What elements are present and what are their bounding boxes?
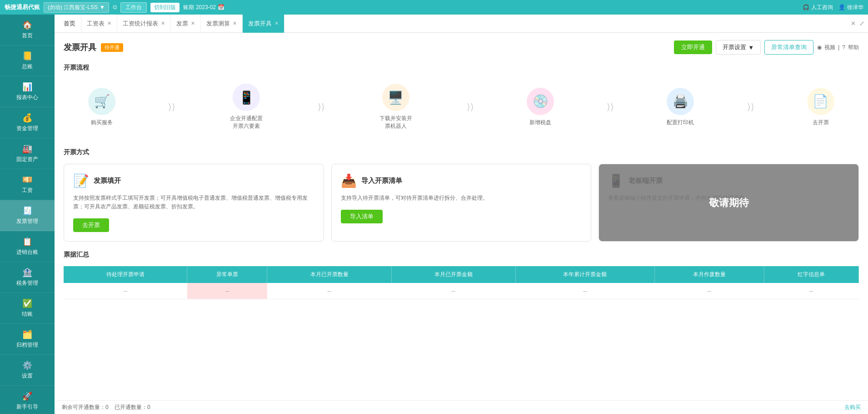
restore-icon[interactable]: ⤢: [859, 20, 864, 27]
method-icon-manual-fill: 📝: [73, 173, 89, 188]
bottom-info: 剩余可开通数量：0 已开通数量：0: [62, 404, 150, 411]
home-icon: 🏠: [22, 20, 32, 30]
sidebar-item-payroll[interactable]: 💴 工资: [0, 169, 55, 200]
tab-bar-controls: ✕ ⤢: [851, 20, 864, 27]
arrow-4: ⟩⟩: [603, 101, 618, 112]
method-desc-import-list: 支持导入待开票清单，可对待开票清单进行拆分、合并处理。: [341, 194, 582, 202]
copy-icon[interactable]: ⧉: [113, 4, 117, 11]
user-profile[interactable]: 👤 徐泽华: [838, 4, 863, 11]
tab-close-invoice-issue[interactable]: ✕: [274, 20, 279, 26]
sidebar-label-reports: 报表中心: [16, 94, 38, 101]
open-settings-button[interactable]: 开票设置 ▼: [716, 40, 761, 55]
sidebar-item-tax[interactable]: 🏦 税务管理: [0, 262, 55, 293]
stats-cell-5: --: [654, 283, 764, 299]
sidebar-label-tax: 税务管理: [16, 279, 38, 287]
page-title-wrap: 发票开具 待开通: [64, 42, 123, 53]
tab-home[interactable]: 首页: [58, 15, 81, 33]
stats-cell-3: --: [391, 283, 515, 299]
col-header-0: 待处理开票申请: [64, 266, 187, 283]
sidebar-item-settings[interactable]: ⚙️ 设置: [0, 355, 55, 386]
sidebar-label-archive: 归档管理: [16, 341, 38, 349]
step-buy-service: 🛒 购买服务: [88, 88, 115, 126]
step-label-issue-invoice: 去开票: [813, 119, 829, 126]
stats-cell-4: --: [515, 283, 654, 299]
stats-row: -- -- -- -- -- -- --: [64, 283, 859, 299]
workspace-button[interactable]: 工作台: [120, 2, 147, 13]
content-area: 首页 工资表 ✕ 工资统计报表 ✕ 发票 ✕ 发票测算 ✕ 发票开具 ✕: [55, 15, 868, 414]
step-label-add-taxdisk: 新增税盘: [529, 119, 551, 126]
tab-close-payroll-table[interactable]: ✕: [107, 20, 111, 26]
stats-cell-1: --: [187, 283, 267, 299]
immediate-open-button[interactable]: 立即开通: [674, 40, 712, 54]
coming-soon-overlay: 敬请期待: [599, 164, 858, 241]
calendar-icon[interactable]: 📅: [218, 4, 224, 10]
sidebar-item-home[interactable]: 🏠 首页: [0, 15, 55, 45]
retro-button[interactable]: 切到旧版: [150, 3, 180, 12]
invoice-icon: 🧾: [22, 206, 32, 216]
methods-section: 开票方式 📝 发票填开 支持按照发票样式手工填写开发票；可开具增值税电子普通发票…: [64, 148, 859, 242]
reports-icon: 📊: [22, 82, 32, 92]
sidebar-label-funds: 资金管理: [16, 125, 38, 132]
sidebar-item-newguide[interactable]: 🚀 新手引导: [0, 386, 55, 414]
sidebar-item-ledger[interactable]: 📒 总账: [0, 45, 55, 76]
step-icon-buy-service: 🛒: [88, 88, 115, 115]
close-tab-icon[interactable]: ✕: [851, 20, 856, 27]
arrow-2: ⟩⟩: [314, 101, 329, 112]
coming-soon-text: 敬请期待: [709, 196, 749, 210]
page-title: 发票开具: [64, 42, 96, 53]
sidebar-item-archive[interactable]: 🗂️ 归档管理: [0, 324, 55, 355]
main-layout: 🏠 首页 📒 总账 📊 报表中心 💰 资金管理 🏭 固定资产 💴 工资 🧾 发票…: [0, 15, 868, 414]
step-icon-config-enterprise: 📱: [233, 84, 260, 111]
stats-table: 待处理开票申请 异常单票 本月已开票数量 本月已开票金额 本年累计开票金额 本月…: [64, 266, 859, 299]
opened-label: 已开通数量：0: [115, 404, 150, 410]
tab-payroll-table[interactable]: 工资表 ✕: [81, 15, 117, 33]
payroll-icon: 💴: [22, 175, 32, 185]
company-name: (勿动) 江西服宝-LSS: [48, 4, 98, 11]
tab-invoice-issue[interactable]: 发票开具 ✕: [243, 15, 284, 33]
company-selector[interactable]: (勿动) 江西服宝-LSS ▼: [44, 2, 109, 13]
tab-payroll-table-label: 工资表: [87, 20, 105, 28]
col-header-3: 本月已开票金额: [391, 266, 515, 283]
col-header-1: 异常单票: [187, 266, 267, 283]
method-icon-import-list: 📥: [341, 173, 357, 188]
tab-invoice-list[interactable]: 发票 ✕: [171, 15, 201, 33]
sidebar-item-invoice[interactable]: 🧾 发票管理: [0, 200, 55, 231]
support-link[interactable]: 🎧 人工咨询: [803, 4, 833, 11]
sidebar-label-ledger: 总账: [22, 63, 33, 71]
abnormal-query-button[interactable]: 异常清单查询: [764, 40, 813, 55]
tab-close-invoice-calc[interactable]: ✕: [233, 20, 237, 26]
process-steps: 🛒 购买服务 ⟩⟩ 📱 企业开通配置开票六要素 ⟩⟩ 🖥️ 下载并安装开票机器人…: [64, 79, 859, 135]
page-actions: 立即开通 开票设置 ▼ 异常清单查询 ◉ 视频 | ? 帮助: [674, 40, 859, 55]
open-settings-label: 开票设置: [723, 43, 746, 51]
arrow-1: ⟩⟩: [165, 101, 179, 112]
col-header-5: 本月作废数量: [654, 266, 764, 283]
tab-invoice-calc[interactable]: 发票测算 ✕: [201, 15, 243, 33]
sidebar-item-funds[interactable]: 💰 资金管理: [0, 107, 55, 138]
col-header-2: 本月已开票数量: [267, 266, 391, 283]
method-card-manual-fill: 📝 发票填开 支持按照发票样式手工填写开发票；可开具增值税电子普通发票、增值税普…: [64, 164, 324, 242]
method-btn-manual-fill[interactable]: 去开票: [73, 218, 109, 232]
headset-icon: 🎧: [803, 4, 809, 10]
step-issue-invoice: 📄 去开票: [807, 88, 834, 126]
user-name: 徐泽华: [847, 4, 863, 11]
tab-close-payroll-stats[interactable]: ✕: [161, 20, 165, 26]
sidebar-label-assets: 固定资产: [16, 156, 38, 163]
step-config-enterprise: 📱 企业开通配置开票六要素: [228, 84, 264, 130]
sidebar-item-assets[interactable]: 🏭 固定资产: [0, 138, 55, 169]
buy-link[interactable]: 去购买: [844, 404, 861, 411]
step-label-download-robot: 下载并安装开票机器人: [378, 115, 414, 130]
tab-invoice-issue-label: 发票开具: [248, 20, 272, 28]
method-btn-import-list[interactable]: 导入清单: [341, 210, 383, 223]
invoice-methods: 📝 发票填开 支持按照发票样式手工填写开发票；可开具增值税电子普通发票、增值税普…: [64, 164, 859, 242]
sidebar-item-settlement[interactable]: ✅ 结账: [0, 293, 55, 324]
stats-cell-6: --: [764, 283, 858, 299]
step-add-taxdisk: 💿 新增税盘: [527, 88, 554, 126]
method-card-import-list: 📥 导入开票清单 支持导入待开票清单，可对待开票清单进行拆分、合并处理。 导入清…: [331, 164, 592, 242]
sidebar-item-purchasesales[interactable]: 📋 进销台账: [0, 231, 55, 262]
tab-payroll-stats[interactable]: 工资统计报表 ✕: [117, 15, 171, 33]
tab-close-invoice-list[interactable]: ✕: [191, 20, 195, 26]
sidebar-item-reports[interactable]: 📊 报表中心: [0, 76, 55, 107]
remaining-label: 剩余可开通数量：0: [62, 404, 109, 410]
tab-invoice-calc-label: 发票测算: [206, 20, 230, 28]
step-label-config-enterprise: 企业开通配置开票六要素: [228, 115, 264, 130]
